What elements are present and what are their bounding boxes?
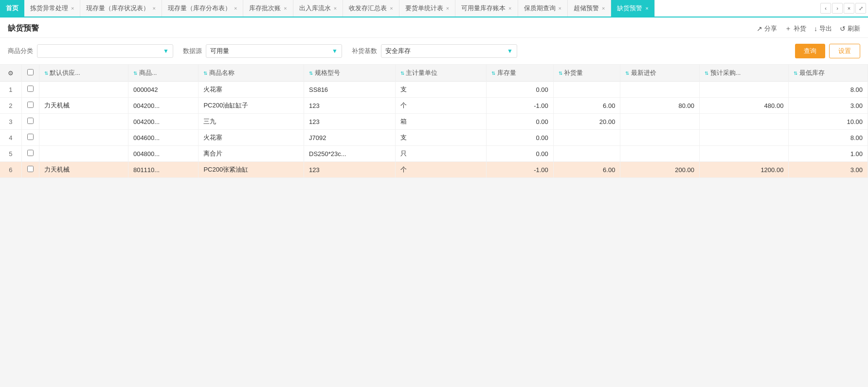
row-supplier-2: [39, 114, 128, 130]
tab-6-label: 收发存汇总表: [349, 4, 387, 13]
row-goods-code-1: 004200...: [128, 98, 199, 114]
col-min-stock-label: 最低库存: [799, 69, 825, 76]
row-estimated-purchase-2: [699, 114, 788, 130]
tab-1[interactable]: 拣货异常处理 ×: [24, 0, 80, 17]
header-actions: ↗ 分享 ＋ 补货 ↓ 导出 ↺ 刷新: [757, 24, 860, 33]
row-checkbox-1[interactable]: [21, 98, 39, 114]
col-goods-name-label: 商品名称: [209, 69, 235, 76]
row-latest-price-4: [620, 146, 700, 162]
row-replenish-3: [553, 130, 620, 146]
tab-expand-btn[interactable]: ⤢: [855, 3, 866, 14]
row-unit-5: 个: [395, 162, 487, 178]
tab-2-close[interactable]: ×: [152, 5, 155, 11]
sort-icon-6: ⇅: [491, 70, 495, 76]
col-stock[interactable]: ⇅ 库存量: [487, 65, 554, 82]
sort-icon-2: ⇅: [133, 70, 137, 76]
share-icon: ↗: [757, 25, 762, 33]
tab-2[interactable]: 现存量（库存状况表） ×: [80, 0, 162, 17]
replenish-button[interactable]: ＋ 补货: [785, 24, 806, 33]
share-label: 分享: [764, 24, 777, 33]
tab-3[interactable]: 现存量（库存分布表） ×: [162, 0, 243, 17]
row-latest-price-2: [620, 114, 700, 130]
col-goods-name[interactable]: ⇅ 商品名称: [199, 65, 304, 82]
col-min-stock[interactable]: ⇅ 最低库存: [789, 65, 868, 82]
sort-icon-8: ⇅: [625, 70, 629, 76]
tab-next-btn[interactable]: ›: [832, 3, 843, 14]
tab-7-close[interactable]: ×: [446, 5, 449, 11]
col-replenish-label: 补货量: [564, 69, 583, 76]
row-checkbox-input-0[interactable]: [27, 86, 34, 92]
tab-prev-btn[interactable]: ‹: [820, 3, 831, 14]
filter-category: 商品分类 ▼: [8, 44, 173, 58]
filter-replenish-arrow-icon: ▼: [507, 48, 513, 54]
row-latest-price-0: [620, 82, 700, 98]
tab-11-close[interactable]: ×: [645, 5, 648, 11]
query-button[interactable]: 查询: [795, 44, 825, 58]
tab-10-close[interactable]: ×: [602, 5, 605, 11]
row-checkbox-2[interactable]: [21, 114, 39, 130]
row-min-stock-1: 3.00: [789, 98, 868, 114]
col-goods-code[interactable]: ⇅ 商品...: [128, 65, 199, 82]
col-unit[interactable]: ⇅ 主计量单位: [395, 65, 487, 82]
row-checkbox-5[interactable]: [21, 162, 39, 178]
tab-9[interactable]: 保质期查询 ×: [518, 0, 568, 17]
col-replenish[interactable]: ⇅ 补货量: [553, 65, 620, 82]
export-button[interactable]: ↓ 导出: [814, 24, 832, 33]
col-spec[interactable]: ⇅ 规格型号: [304, 65, 396, 82]
tab-5[interactable]: 出入库流水 ×: [293, 0, 343, 17]
tab-9-close[interactable]: ×: [559, 5, 561, 11]
tab-1-close[interactable]: ×: [71, 5, 74, 11]
table-row: 3 004200... 三九 123 箱 0.00 20.00 10.00: [0, 114, 868, 130]
filter-category-select[interactable]: ▼: [37, 44, 173, 58]
tab-8-close[interactable]: ×: [508, 5, 511, 11]
export-label: 导出: [819, 24, 832, 33]
row-checkbox-input-5[interactable]: [27, 166, 34, 172]
row-checkbox-input-4[interactable]: [27, 150, 34, 156]
row-checkbox-input-1[interactable]: [27, 102, 34, 108]
col-unit-label: 主计量单位: [406, 69, 437, 76]
row-stock-3: 0.00: [487, 130, 554, 146]
tab-4-close[interactable]: ×: [284, 5, 287, 11]
gear-icon[interactable]: ⚙: [8, 70, 14, 77]
tab-3-close[interactable]: ×: [234, 5, 237, 11]
tab-2-label: 现存量（库存状况表）: [86, 4, 149, 13]
filter-replenish-select[interactable]: 安全库存 ▼: [381, 44, 517, 58]
tab-8[interactable]: 可用量库存账本 ×: [455, 0, 518, 17]
row-supplier-0: [39, 82, 128, 98]
row-goods-code-3: 004600...: [128, 130, 199, 146]
col-supplier[interactable]: ⇅ 默认供应...: [39, 65, 128, 82]
col-latest-price[interactable]: ⇅ 最新进价: [620, 65, 700, 82]
filter-datasource-select[interactable]: 可用量 ▼: [206, 44, 342, 58]
settings-button[interactable]: 设置: [829, 44, 860, 58]
share-button[interactable]: ↗ 分享: [757, 24, 777, 33]
tab-10[interactable]: 超储预警 ×: [568, 0, 611, 17]
tab-home[interactable]: 首页: [0, 0, 24, 17]
row-num-2: 3: [0, 114, 21, 130]
refresh-button[interactable]: ↺ 刷新: [840, 24, 860, 33]
row-checkbox-4[interactable]: [21, 146, 39, 162]
tab-6[interactable]: 收发存汇总表 ×: [343, 0, 399, 17]
tab-close-all-btn[interactable]: ×: [844, 3, 854, 14]
row-spec-0: SS816: [304, 82, 396, 98]
tab-7[interactable]: 要货单统计表 ×: [399, 0, 455, 17]
tab-home-label: 首页: [6, 4, 18, 13]
col-estimated-purchase[interactable]: ⇅ 预计采购...: [699, 65, 788, 82]
table-row: 4 004600... 火花塞 J7092 支 0.00 8.00: [0, 130, 868, 146]
row-supplier-1: 力天机械: [39, 98, 128, 114]
select-all-checkbox[interactable]: [27, 69, 34, 75]
tab-5-close[interactable]: ×: [334, 5, 337, 11]
tab-7-label: 要货单统计表: [405, 4, 443, 13]
tab-4[interactable]: 库存批次账 ×: [243, 0, 293, 17]
row-checkbox-0[interactable]: [21, 82, 39, 98]
col-checkbox: [21, 65, 39, 82]
tab-11-active[interactable]: 缺货预警 ×: [611, 0, 654, 17]
row-checkbox-input-3[interactable]: [27, 134, 34, 140]
replenish-icon: ＋: [785, 24, 792, 33]
row-checkbox-3[interactable]: [21, 130, 39, 146]
tab-6-close[interactable]: ×: [390, 5, 393, 11]
row-unit-0: 支: [395, 82, 487, 98]
filter-category-label: 商品分类: [8, 47, 33, 55]
row-stock-5: -1.00: [487, 162, 554, 178]
row-checkbox-input-2[interactable]: [27, 118, 34, 124]
page-container: 缺货预警 ↗ 分享 ＋ 补货 ↓ 导出 ↺ 刷新 商品分类: [0, 18, 868, 178]
